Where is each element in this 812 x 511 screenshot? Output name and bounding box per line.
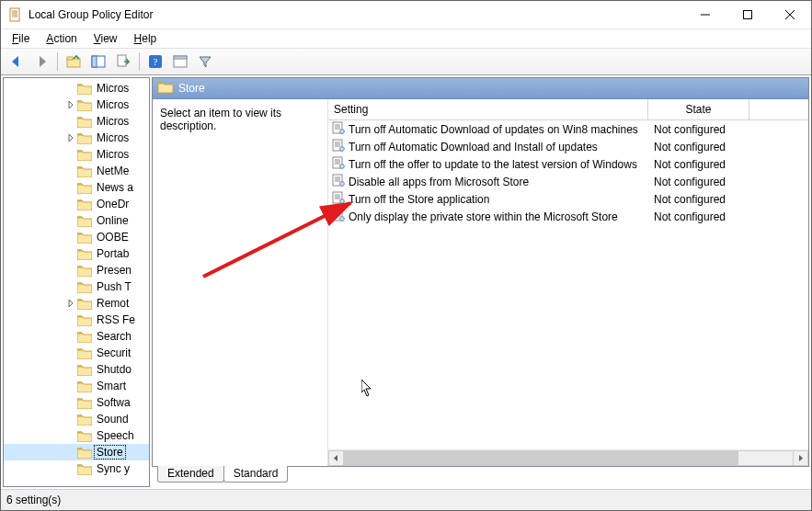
detail-body: Select an item to view its description. …	[153, 99, 808, 466]
menu-file[interactable]: File	[5, 30, 37, 47]
export-list-button[interactable]	[111, 50, 135, 74]
column-header-setting[interactable]: Setting	[328, 99, 648, 119]
tab-extended[interactable]: Extended	[157, 466, 224, 483]
folder-icon	[77, 297, 92, 310]
body: MicrosMicrosMicrosMicrosMicrosNetMeNews …	[1, 75, 811, 490]
tree-item-label: Softwa	[95, 396, 132, 409]
setting-state: Not configured	[654, 210, 726, 223]
scroll-left-button[interactable]	[328, 450, 344, 466]
tree-item[interactable]: Micros	[4, 97, 149, 113]
up-button[interactable]	[62, 50, 86, 74]
menu-help[interactable]: Help	[127, 30, 165, 47]
tree-item-label: RSS Fe	[95, 313, 137, 326]
list-rows[interactable]: Turn off Automatic Download of updates o…	[328, 120, 808, 449]
folder-icon	[77, 330, 92, 343]
scroll-track[interactable]	[344, 450, 793, 466]
filter-button[interactable]	[193, 50, 217, 74]
folder-icon	[77, 264, 92, 277]
tree-item[interactable]: News a	[4, 179, 149, 196]
expander-icon[interactable]	[64, 134, 77, 142]
svg-rect-12	[92, 56, 97, 67]
list-item[interactable]: Turn off Automatic Download and Install …	[328, 138, 808, 155]
svg-rect-17	[174, 56, 187, 59]
tree-item[interactable]: Push T	[4, 278, 149, 295]
tree-item[interactable]: Softwa	[4, 394, 149, 411]
tree-item[interactable]: Presen	[4, 262, 149, 278]
tree-item[interactable]: Remot	[4, 295, 149, 312]
tree-item[interactable]: Sync y	[4, 460, 149, 477]
tree-item[interactable]: Sound	[4, 411, 149, 427]
tree-item[interactable]: Micros	[4, 146, 149, 163]
tree-item[interactable]: Search	[4, 328, 149, 345]
help-button[interactable]: ?	[143, 50, 167, 74]
folder-icon	[158, 81, 173, 96]
forward-button[interactable]	[29, 50, 53, 74]
folder-icon	[77, 247, 92, 260]
tree-item-label: OOBE	[95, 231, 131, 244]
tree-item[interactable]: OneDr	[4, 196, 149, 212]
detail-tabs: Extended Standard	[152, 467, 809, 487]
svg-rect-13	[118, 55, 126, 66]
tree-item[interactable]: OOBE	[4, 229, 149, 245]
tree-item[interactable]: Securit	[4, 345, 149, 361]
minimize-button[interactable]	[684, 1, 726, 28]
tree-item[interactable]: Speech	[4, 427, 149, 444]
tree-item[interactable]: Smart	[4, 378, 149, 394]
tab-standard[interactable]: Standard	[223, 466, 289, 483]
close-button[interactable]	[769, 1, 811, 28]
tree-item-label: News a	[95, 181, 135, 194]
setting-name: Turn off Automatic Download and Install …	[349, 141, 598, 153]
folder-icon	[77, 363, 92, 376]
svg-point-37	[340, 182, 345, 187]
tree-item-label: Micros	[95, 115, 131, 128]
app-icon	[8, 7, 23, 22]
setting-name: Turn off Automatic Download of updates o…	[349, 123, 638, 136]
list-item[interactable]: Disable all apps from Microsoft StoreNot…	[328, 173, 808, 190]
setting-state: Not configured	[654, 176, 726, 188]
svg-rect-6	[744, 11, 752, 19]
folder-icon	[77, 115, 92, 128]
folder-icon	[77, 346, 92, 359]
folder-icon	[77, 380, 92, 392]
maximize-button[interactable]	[726, 1, 769, 28]
tree-item-label: Online	[95, 214, 131, 227]
setting-state: Not configured	[654, 193, 726, 206]
show-hide-tree-button[interactable]	[86, 50, 110, 74]
folder-icon	[77, 198, 92, 210]
expander-icon[interactable]	[64, 300, 77, 307]
horizontal-scrollbar[interactable]	[328, 449, 808, 466]
list-item[interactable]: Turn off Automatic Download of updates o…	[328, 120, 808, 138]
menu-view[interactable]: View	[86, 30, 125, 47]
folder-icon	[77, 148, 92, 161]
menu-action[interactable]: Action	[39, 30, 84, 47]
folder-icon	[77, 280, 92, 293]
tree-item[interactable]: Micros	[4, 130, 149, 146]
setting-name: Disable all apps from Microsoft Store	[349, 176, 529, 188]
tree-item[interactable]: Micros	[4, 80, 149, 97]
list-header: Setting State	[328, 99, 808, 120]
column-header-state[interactable]: State	[648, 99, 749, 119]
options-button[interactable]	[168, 50, 192, 74]
scroll-thumb[interactable]	[344, 451, 738, 465]
right-pane: Store Select an item to view its descrip…	[152, 77, 809, 487]
tree-item[interactable]: Portab	[4, 245, 149, 262]
tree-item[interactable]: RSS Fe	[4, 312, 149, 328]
list-item[interactable]: Turn off the Store applicationNot config…	[328, 190, 808, 208]
scroll-right-button[interactable]	[793, 450, 808, 466]
tree-item[interactable]: Micros	[4, 113, 149, 130]
detail-header-title: Store	[178, 82, 205, 95]
status-bar: 6 setting(s)	[1, 490, 811, 510]
tree-item[interactable]: NetMe	[4, 163, 149, 179]
setting-icon	[332, 191, 345, 207]
list-item[interactable]: Turn off the offer to update to the late…	[328, 155, 808, 173]
folder-icon	[77, 231, 92, 244]
tree-scroll[interactable]: MicrosMicrosMicrosMicrosMicrosNetMeNews …	[4, 78, 149, 486]
tree-item[interactable]: Online	[4, 212, 149, 229]
setting-state: Not configured	[654, 123, 726, 136]
list-item[interactable]: Only display the private store within th…	[328, 208, 808, 225]
tree-item[interactable]: Shutdo	[4, 361, 149, 378]
back-button[interactable]	[5, 50, 29, 74]
tree-item-label: Push T	[95, 280, 133, 293]
tree-item[interactable]: Store	[4, 444, 149, 460]
expander-icon[interactable]	[64, 101, 77, 108]
